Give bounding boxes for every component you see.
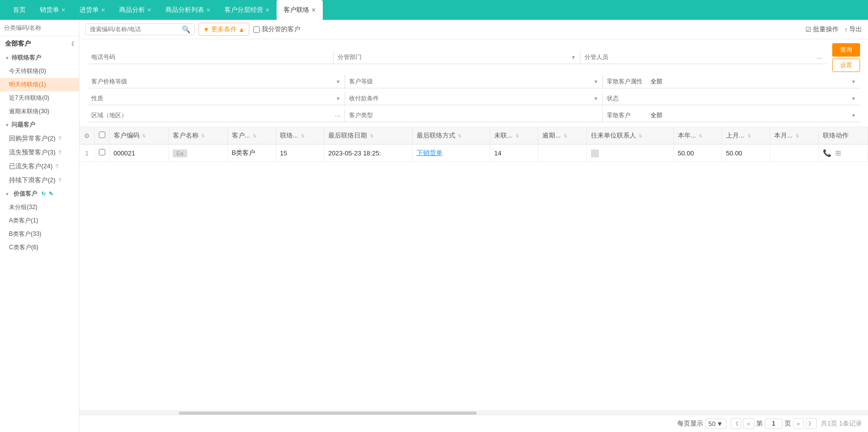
nav-sales[interactable]: 销货单 ✕	[33, 0, 72, 20]
nav-close-customer-ops[interactable]: ✕	[265, 7, 270, 13]
nav-close-product-analysis[interactable]: ✕	[147, 7, 151, 13]
sidebar-item-7days[interactable]: 近7天待联络(0)	[0, 91, 79, 105]
nav-close-sales[interactable]: ✕	[61, 7, 66, 13]
filter-retail-attr-select[interactable]: 全部 ▼	[651, 77, 856, 86]
bulk-operation-button[interactable]: ☑ 批量操作	[805, 25, 839, 34]
filter-dept[interactable]: 分管部门 ▼	[334, 51, 579, 64]
page-number-input[interactable]	[765, 419, 783, 429]
sidebar-item-class-c[interactable]: C类客户(6)	[0, 241, 79, 254]
filter-retail-select[interactable]: 全部 ▼	[651, 111, 856, 120]
filter-retail[interactable]: 零散客户 全部 ▼	[603, 109, 860, 122]
col-unit-contact[interactable]: 往来单位联系人 ⇅	[586, 127, 673, 144]
sidebar-item-abnormal[interactable]: 回购异常客户(2) ?	[0, 132, 79, 145]
nav-purchase[interactable]: 进货单 ✕	[72, 0, 112, 20]
col-overdue[interactable]: 逾期... ⇅	[538, 127, 586, 144]
sidebar-item-class-b[interactable]: B类客户(33)	[0, 227, 79, 241]
filter-manager-select[interactable]: ···	[628, 54, 822, 62]
toolbar: 🔍 ▼ 更多条件 ▲ 我分管的客户 ☑ 批量操作 ↑ 导出	[79, 20, 868, 39]
filter-customer-level-select[interactable]: ▼	[393, 79, 598, 84]
sidebar-item-overdue[interactable]: 逾期未联络(30)	[0, 105, 79, 118]
last-contact-method-link[interactable]: 下销货单	[417, 149, 442, 156]
sidebar-item-churned[interactable]: 已流失客户(24) ?	[0, 159, 79, 173]
nav-product-analysis[interactable]: 商品分析 ✕	[112, 0, 158, 20]
more-filter-button[interactable]: ▼ 更多条件 ▲	[199, 23, 249, 36]
sidebar-search-box[interactable]: 🔍	[0, 20, 79, 36]
nav-close-customer-contact[interactable]: ✕	[311, 7, 316, 13]
horizontal-scrollbar[interactable]	[79, 411, 868, 415]
filter-customer-type[interactable]: 客户类型	[345, 109, 602, 122]
filter-region-select[interactable]: ···	[135, 112, 341, 120]
filter-retail-attr[interactable]: 零散客户属性 全部 ▼	[603, 75, 860, 88]
next-page-button[interactable]: ＞	[793, 418, 804, 429]
select-all-checkbox[interactable]	[99, 132, 105, 138]
filter-nature-select[interactable]: ▼	[135, 96, 341, 101]
col-category[interactable]: 客户... ⇅	[227, 127, 276, 144]
filter-price-level[interactable]: 客户价格等级 ▼	[87, 75, 345, 88]
search-input[interactable]	[90, 26, 180, 33]
nav-close-product-analysis-list[interactable]: ✕	[206, 7, 211, 13]
nav-customer-contact[interactable]: 客户联络 ✕	[277, 0, 323, 20]
col-last-contact-date[interactable]: 最后联络日期 ⇅	[324, 127, 413, 144]
filter-status-select[interactable]: ▼	[651, 96, 856, 101]
nav-customer-ops[interactable]: 客户分层经营 ✕	[217, 0, 277, 20]
export-button[interactable]: ↑ 导出	[845, 25, 863, 34]
col-last-contact-method[interactable]: 最后联络方式 ⇅	[412, 127, 490, 144]
filter-phone-input[interactable]	[135, 54, 329, 61]
sidebar-item-declining[interactable]: 持续下滑客户(2) ?	[0, 173, 79, 187]
action-phone-icon[interactable]: 📞	[823, 149, 831, 157]
my-customers-input[interactable]	[253, 26, 260, 33]
my-customers-checkbox[interactable]: 我分管的客户	[253, 25, 300, 34]
prev-page-button[interactable]: ＜	[743, 418, 754, 429]
action-grid-icon[interactable]: ⊞	[835, 149, 841, 157]
settings-button[interactable]: 设置	[832, 59, 860, 72]
nav-close-purchase[interactable]: ✕	[101, 7, 105, 13]
sidebar-group-value[interactable]: 价值客户 ↻ ✎	[0, 187, 79, 201]
col-code[interactable]: 客户编码 ⇅	[109, 127, 168, 144]
sidebar-group-problem[interactable]: 问题客户	[0, 118, 79, 132]
col-last-month[interactable]: 上月... ⇅	[722, 127, 770, 144]
page-size-box[interactable]: 50 ▼	[705, 419, 726, 429]
search-submit-icon[interactable]: 🔍	[182, 25, 190, 33]
filter-customer-type-label: 客户类型	[349, 111, 389, 120]
filter-status[interactable]: 状态 ▼	[603, 92, 860, 105]
filter-price-level-select[interactable]: ▼	[135, 79, 341, 84]
sidebar-item-ungrouped[interactable]: 未分组(32)	[0, 201, 79, 214]
value-group-refresh[interactable]: ↻	[41, 191, 46, 197]
filter-region[interactable]: 区域（地区） ···	[87, 109, 345, 122]
row-checkbox[interactable]	[94, 144, 109, 162]
sidebar-item-churn-warning[interactable]: 流失预警客户(3) ?	[0, 145, 79, 159]
col-contact-count[interactable]: 联络... ⇅	[276, 127, 324, 144]
col-this-month[interactable]: 本月... ⇅	[770, 127, 818, 144]
region-dots[interactable]: ···	[335, 112, 341, 120]
scroll-thumb[interactable]	[179, 412, 477, 415]
sidebar-item-class-a[interactable]: A类客户(1)	[0, 214, 79, 227]
nav-product-analysis-list[interactable]: 商品分析列表 ✕	[158, 0, 217, 20]
nav-home[interactable]: 首页	[6, 0, 33, 20]
filter-payment-select[interactable]: ▼	[393, 96, 598, 101]
filter-nature[interactable]: 性质 ▼	[87, 92, 345, 105]
col-action: 联络动作	[818, 127, 868, 144]
col-settings[interactable]: ⚙	[79, 127, 94, 144]
sidebar-item-today[interactable]: 今天待联络(0)	[0, 65, 79, 78]
sidebar-all-customers[interactable]: 全部客户 《	[0, 36, 79, 51]
sidebar-group-pending[interactable]: 待联络客户	[0, 51, 79, 65]
manager-dots[interactable]: ···	[816, 54, 822, 62]
last-page-button[interactable]: 》	[806, 418, 817, 429]
sidebar-item-tomorrow[interactable]: 明天待联络(1)	[0, 78, 79, 91]
filter-payment[interactable]: 收付款条件 ▼	[345, 92, 602, 105]
search-box[interactable]: 🔍	[85, 23, 195, 35]
row-select-checkbox[interactable]	[99, 149, 105, 155]
col-name[interactable]: 客户名称 ⇅	[168, 127, 227, 144]
filter-dept-select[interactable]: ▼	[381, 55, 576, 60]
first-page-button[interactable]: 《	[730, 418, 741, 429]
col-checkbox[interactable]	[94, 127, 109, 144]
row-last-contact-method[interactable]: 下销货单	[412, 144, 490, 162]
filter-customer-level[interactable]: 客户等级 ▼	[345, 75, 602, 88]
sidebar-search-input[interactable]	[4, 24, 78, 31]
page-size-selector[interactable]: 每页显示 50 ▼	[677, 419, 726, 429]
col-no-contact[interactable]: 未联... ⇅	[490, 127, 538, 144]
value-group-edit[interactable]: ✎	[49, 191, 53, 197]
col-this-year[interactable]: 本年... ⇅	[673, 127, 722, 144]
query-button[interactable]: 查询	[832, 43, 860, 57]
filter-manager[interactable]: 分管人员 ···	[580, 51, 826, 64]
